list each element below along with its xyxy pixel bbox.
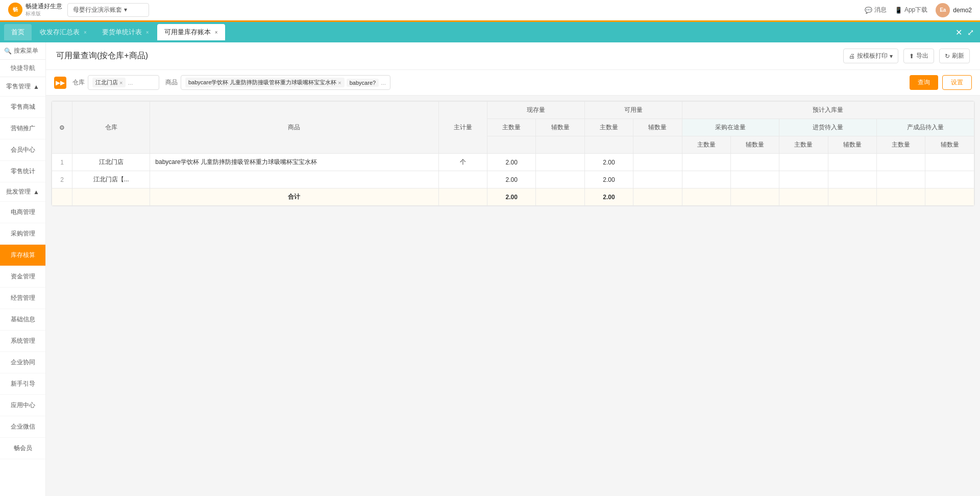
logo-text-block: 畅捷通好生意 标准版 <box>26 3 62 17</box>
total-spacer-2 <box>72 188 150 206</box>
filter-actions: 查询 设置 <box>910 75 972 90</box>
cell-avail-main: 2.00 <box>584 171 633 188</box>
product-tag-1-remove[interactable]: × <box>338 80 341 86</box>
th-settings[interactable]: ⚙ <box>52 102 72 154</box>
print-dropdown-icon: ▾ <box>890 53 893 60</box>
query-button[interactable]: 查询 <box>910 75 938 90</box>
chevron-down-icon-2: ▲ <box>33 188 39 196</box>
product-tag-1-text: babycare学饮杯 儿童防摔防撞吸管杯重力球吸嘴杯宝宝水杯 <box>188 79 336 86</box>
sidebar-ecommerce-label: 电商管理 <box>11 208 35 217</box>
sidebar-purchase-mgmt-label: 采购管理 <box>11 229 35 238</box>
warehouse-tag-jiangbei: 江北门店 × <box>92 78 126 87</box>
user-name: demo2 <box>953 7 972 14</box>
quick-nav-label: 快捷导航 <box>11 64 35 72</box>
app-label: App下载 <box>904 6 927 14</box>
refresh-btn[interactable]: ↻ 刷新 <box>939 49 970 63</box>
logo-subtext: 标准版 <box>26 10 62 17</box>
sidebar-quick-nav-btn[interactable]: 快捷导航 <box>0 60 45 77</box>
nav-expand-btn[interactable]: ⤢ <box>965 26 976 39</box>
sidebar-inventory-label: 库存核算 <box>11 251 35 259</box>
th-unit: 主计量 <box>438 102 487 154</box>
tab-available-stock[interactable]: 可用量库存账本 × <box>157 24 225 40</box>
tab-order-stats[interactable]: 要货单统计表 × <box>95 24 156 40</box>
sidebar-item-finance[interactable]: 资金管理 <box>0 266 45 288</box>
filter-expand-btn[interactable]: ▶▶ <box>54 77 66 89</box>
logo-icon: 畅 <box>8 3 22 17</box>
message-btn[interactable]: 💬 消息 <box>865 6 887 14</box>
cell-index: 2 <box>52 171 72 188</box>
table-row: 1 江北门店 babycare学饮杯 儿童防摔防撞吸管杯重力球吸嘴杯宝宝水杯 个… <box>52 154 974 171</box>
sidebar-item-wechat[interactable]: 企业微信 <box>0 416 45 438</box>
sidebar-item-app-center[interactable]: 应用中心 <box>0 395 45 416</box>
cell-avail-sub <box>633 154 682 171</box>
tab-available-stock-close[interactable]: × <box>215 30 218 35</box>
refresh-label: 刷新 <box>952 52 964 60</box>
th-avail-sub: 辅数量 <box>633 119 682 136</box>
sidebar-guide-label: 新手引导 <box>11 380 35 388</box>
th-avail-main: 主数量 <box>584 119 633 136</box>
sidebar-item-wholesale-mgmt[interactable]: 批发管理 ▲ <box>0 182 45 202</box>
dropdown-icon: ▾ <box>124 6 127 13</box>
table-container: ⚙ 仓库 商品 主计量 现存量 可用量 预计入库量 主数量 辅数量 主数量 辅数… <box>51 101 975 206</box>
total-fp-sub <box>925 188 974 206</box>
sidebar-item-inventory[interactable]: 库存核算 <box>0 245 45 266</box>
page-title: 可用量查询(按仓库+商品) <box>56 51 148 61</box>
sidebar-item-retail-shop[interactable]: 零售商城 <box>0 97 45 118</box>
nav-close-all-btn[interactable]: ✕ <box>953 26 964 39</box>
user-info[interactable]: Ea demo2 <box>936 3 972 17</box>
cell-product: babycare学饮杯 儿童防摔防撞吸管杯重力球吸嘴杯宝宝水杯 <box>150 154 438 171</box>
total-spacer-1 <box>52 188 72 206</box>
total-avail-main: 2.00 <box>584 188 633 206</box>
sidebar-search-btn[interactable]: 🔍 搜索菜单 <box>0 42 45 60</box>
tab-summary-close[interactable]: × <box>84 30 87 35</box>
print-label: 按模板打印 <box>857 52 888 60</box>
tab-home[interactable]: 首页 <box>4 24 32 40</box>
sidebar-item-ecommerce[interactable]: 电商管理 <box>0 202 45 223</box>
sidebar-retail-shop-label: 零售商城 <box>11 103 35 111</box>
sidebar-item-member-center[interactable]: 会员中心 <box>0 139 45 161</box>
cell-fp-sub <box>925 171 974 188</box>
sidebar-item-system[interactable]: 系统管理 <box>0 330 45 352</box>
tab-summary[interactable]: 收发存汇总表 × <box>33 24 94 40</box>
sidebar-item-retail-stats[interactable]: 零售统计 <box>0 161 45 182</box>
filter-section: ▶▶ 仓库 江北门店 × ... 商品 babycare学饮杯 儿童防摔防撞吸管… <box>46 70 980 96</box>
warehouse-filter-input[interactable]: 江北门店 × ... <box>88 75 159 90</box>
setting-button[interactable]: 设置 <box>942 75 972 90</box>
print-icon: 🖨 <box>849 53 855 60</box>
cell-pp-main <box>779 171 828 188</box>
header-actions: 🖨 按模板打印 ▾ ⬆ 导出 ↻ 刷新 <box>843 49 970 63</box>
tab-order-stats-label: 要货单统计表 <box>102 28 142 37</box>
sidebar-item-purchase-mgmt[interactable]: 采购管理 <box>0 223 45 245</box>
sidebar-item-basic-info[interactable]: 基础信息 <box>0 309 45 330</box>
sidebar-item-guide[interactable]: 新手引导 <box>0 373 45 395</box>
nav-tabs: 首页 收发存汇总表 × 要货单统计表 × 可用量库存账本 × ✕ ⤢ <box>0 22 980 42</box>
sidebar-enterprise-label: 企业协同 <box>11 358 35 367</box>
sidebar-item-vip[interactable]: 畅会员 <box>0 438 45 459</box>
product-more[interactable]: ... <box>381 79 386 86</box>
sidebar-app-center-label: 应用中心 <box>11 401 35 410</box>
cell-unit <box>438 171 487 188</box>
sidebar-system-label: 系统管理 <box>11 337 35 345</box>
tab-order-stats-close[interactable]: × <box>146 30 149 35</box>
print-btn[interactable]: 🖨 按模板打印 ▾ <box>843 49 898 63</box>
cell-fp-main <box>877 171 925 188</box>
sidebar-item-marketing[interactable]: 营销推广 <box>0 118 45 139</box>
th-expected-in: 预计入库量 <box>682 102 974 119</box>
export-btn[interactable]: ⬆ 导出 <box>903 49 934 63</box>
th-pp-main: 主数量 <box>779 136 828 154</box>
sidebar-wechat-label: 企业微信 <box>11 422 35 431</box>
app-download-btn[interactable]: 📱 App下载 <box>895 6 927 14</box>
warehouse-tag-remove[interactable]: × <box>119 80 122 86</box>
company-selector[interactable]: 母婴行业演示账套 ▾ <box>67 3 149 17</box>
logo-text: 畅捷通好生意 <box>26 3 62 10</box>
product-filter-input[interactable]: babycare学饮杯 儿童防摔防撞吸管杯重力球吸嘴杯宝宝水杯 × babyca… <box>181 75 390 90</box>
cell-avail-main: 2.00 <box>584 154 633 171</box>
sidebar-item-retail-mgmt[interactable]: 零售管理 ▲ <box>0 77 45 97</box>
app-icon: 📱 <box>895 7 902 14</box>
sidebar-item-enterprise[interactable]: 企业协同 <box>0 352 45 373</box>
company-name: 母婴行业演示账套 <box>73 6 122 14</box>
sidebar-item-operations[interactable]: 经营管理 <box>0 288 45 309</box>
total-fp-main <box>877 188 925 206</box>
th-finished-pending: 产成品待入量 <box>877 119 974 136</box>
warehouse-more[interactable]: ... <box>128 79 133 86</box>
